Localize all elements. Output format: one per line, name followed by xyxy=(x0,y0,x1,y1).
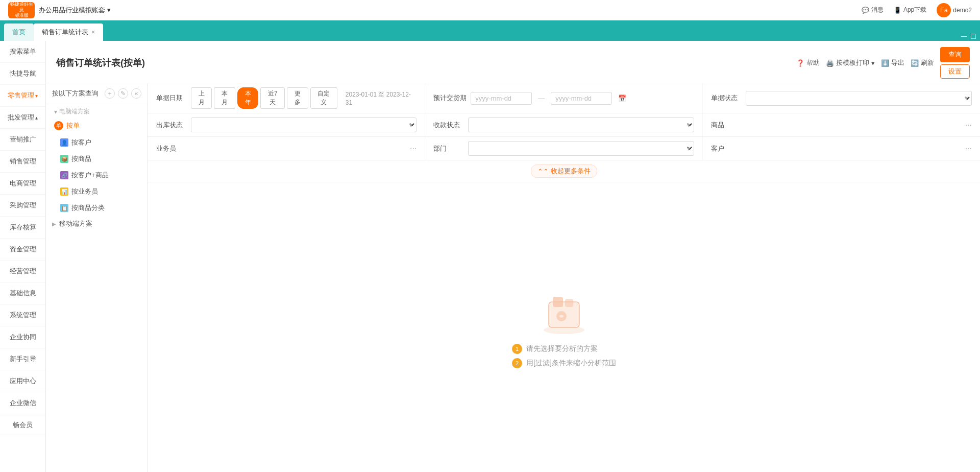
settings-btn[interactable]: 设置 xyxy=(940,64,970,79)
collapse-bar: ⌃⌃ 收起更多条件 xyxy=(148,160,980,182)
sidebar-item-system[interactable]: 系统管理 xyxy=(0,304,45,326)
salesperson-input[interactable] xyxy=(191,145,404,152)
content: 销售订单统计表(按单) ❓ 帮助 🖨️ 按模板打印 ▾ ⬇️ 导出 🔄 刷新 xyxy=(46,41,980,472)
scheme-icon-custgoods: 🔗 xyxy=(60,171,68,179)
delivery-end-input[interactable] xyxy=(551,92,612,105)
app-selector[interactable]: 办公用品行业模拟账套 ▾ xyxy=(39,6,111,15)
goods-input[interactable] xyxy=(746,121,959,129)
sidebar-item-member[interactable]: 畅会员 xyxy=(0,414,45,436)
sidebar-item-wechat[interactable]: 企业微信 xyxy=(0,392,45,414)
collapse-panel-btn[interactable]: « xyxy=(131,88,141,99)
user-area[interactable]: Ea demo2 xyxy=(937,3,972,17)
scheme-by-goods[interactable]: 📦 按商品 xyxy=(46,151,148,167)
scheme-by-customer-goods[interactable]: 🔗 按客户+商品 xyxy=(46,167,148,183)
sidebar-arrow-wholesale: ▴ xyxy=(35,115,38,121)
scheme-icon-goods: 📦 xyxy=(60,155,68,163)
sidebar-item-wholesale[interactable]: 批发管理 ▴ xyxy=(0,107,45,129)
left-panel: 按以下方案查询 ＋ ✎ « ▾ 电脑端方案 单 按单 👤 按客户 xyxy=(46,83,148,472)
filter-cell-docstatus: 单据状态 xyxy=(703,83,980,113)
export-btn[interactable]: ⬇️ 导出 xyxy=(881,58,904,67)
sidebar-item-sales[interactable]: 销售管理 xyxy=(0,151,45,173)
date-btn-more[interactable]: 更多 xyxy=(287,87,308,109)
pc-group-text: 电脑端方案 xyxy=(59,107,90,116)
filter-row-2: 出库状态 收款状态 商品 xyxy=(148,113,980,137)
date-btn-custom[interactable]: 自定义 xyxy=(310,87,337,109)
date-btn-last-month[interactable]: 上月 xyxy=(191,87,212,109)
sidebar-item-enterprise[interactable]: 企业协同 xyxy=(0,326,45,348)
tab-maximize-btn[interactable]: □ xyxy=(971,32,976,41)
tab-sales-order[interactable]: 销售订单统计表 × xyxy=(34,23,103,41)
tab-minimize-btn[interactable]: ─ xyxy=(961,32,967,41)
receipt-select[interactable] xyxy=(468,117,694,132)
sidebar-item-marketing[interactable]: 营销推广 xyxy=(0,129,45,151)
sidebar-item-operations[interactable]: 经营管理 xyxy=(0,261,45,282)
tab-home[interactable]: 首页 xyxy=(4,23,34,41)
app-selector-arrow: ▾ xyxy=(107,6,111,14)
salesperson-more-icon[interactable]: ··· xyxy=(410,144,416,153)
calendar-icon[interactable]: 📅 xyxy=(618,95,626,102)
tabbar-actions: ─ □ xyxy=(961,32,980,41)
customer-input[interactable] xyxy=(746,145,959,152)
sidebar-item-newbie[interactable]: 新手引导 xyxy=(0,348,45,370)
sidebar-item-ecommerce[interactable]: 电商管理 xyxy=(0,173,45,195)
scheme-icon-sales: 📊 xyxy=(60,187,68,196)
date-btn-7days[interactable]: 近7天 xyxy=(260,87,285,109)
edit-scheme-btn[interactable]: ✎ xyxy=(118,88,128,99)
collapse-label: 收起更多条件 xyxy=(551,167,591,176)
scheme-by-order[interactable]: 单 按单 xyxy=(46,117,148,134)
docstatus-select[interactable] xyxy=(746,91,972,106)
main: 搜索菜单 快捷导航 零售管理 ▾ 批发管理 ▴ 营销推广 销售管理 电商管理 采… xyxy=(0,41,980,472)
scheme-by-category[interactable]: 📋 按商品分类 xyxy=(46,200,148,216)
sidebar-item-appcenter[interactable]: 应用中心 xyxy=(0,370,45,392)
sidebar-item-finance[interactable]: 资金管理 xyxy=(0,239,45,261)
customer-label: 客户 xyxy=(711,144,742,153)
sidebar-item-procurement[interactable]: 采购管理 xyxy=(0,195,45,217)
date-btn-this-year[interactable]: 本年 xyxy=(237,87,258,109)
help-label: 帮助 xyxy=(806,58,820,67)
refresh-btn[interactable]: 🔄 刷新 xyxy=(911,58,934,67)
message-icon: 💬 xyxy=(862,7,869,14)
salesperson-label: 业务员 xyxy=(156,144,187,153)
mobile-group[interactable]: ▶ 移动端方案 xyxy=(46,216,148,231)
sidebar-item-search[interactable]: 搜索菜单 xyxy=(0,41,45,63)
docstatus-label: 单据状态 xyxy=(711,93,742,103)
scheme-by-customer[interactable]: 👤 按客户 xyxy=(46,134,148,151)
message-label: 消息 xyxy=(871,6,884,14)
dept-select[interactable] xyxy=(468,141,694,156)
customer-more-icon[interactable]: ··· xyxy=(965,144,972,153)
print-btn[interactable]: 🖨️ 按模板打印 ▾ xyxy=(826,58,875,67)
delivery-start-input[interactable] xyxy=(471,92,532,105)
sidebar-arrow-retail: ▾ xyxy=(35,93,38,99)
shipment-select[interactable] xyxy=(191,117,416,132)
sidebar: 搜索菜单 快捷导航 零售管理 ▾ 批发管理 ▴ 营销推广 销售管理 电商管理 采… xyxy=(0,41,46,472)
filter-cell-delivery: 预计交货期 — 📅 xyxy=(425,83,702,113)
filter-cell-salesperson: 业务员 ··· xyxy=(148,137,425,160)
tab-sales-order-label: 销售订单统计表 xyxy=(42,28,88,37)
sidebar-item-basic[interactable]: 基础信息 xyxy=(0,282,45,304)
scheme-label-customer: 按客户 xyxy=(71,138,91,147)
username: demo2 xyxy=(953,7,972,14)
query-btn[interactable]: 查询 xyxy=(940,47,970,62)
sidebar-item-inventory[interactable]: 库存核算 xyxy=(0,217,45,239)
filter-cell-dept: 部门 xyxy=(425,137,702,160)
tab-close-icon[interactable]: × xyxy=(91,29,95,36)
filter-row-3: 业务员 ··· 部门 客户 xyxy=(148,137,980,160)
avatar: Ea xyxy=(937,3,951,17)
date-btn-this-month[interactable]: 本月 xyxy=(214,87,235,109)
docstatus-select-wrap xyxy=(746,91,972,106)
left-panel-header: 按以下方案查询 ＋ ✎ « xyxy=(46,83,148,104)
goods-more-icon[interactable]: ··· xyxy=(965,121,972,130)
refresh-icon: 🔄 xyxy=(911,59,919,67)
sidebar-item-retail[interactable]: 零售管理 ▾ xyxy=(0,85,45,107)
message-btn[interactable]: 💬 消息 xyxy=(862,6,884,14)
app-download-btn[interactable]: 📱 App下载 xyxy=(894,6,926,14)
shipment-select-wrap xyxy=(191,117,416,132)
logo: 畅捷通好生意 标准版 xyxy=(8,2,35,18)
add-scheme-btn[interactable]: ＋ xyxy=(105,88,115,99)
filter-cell-date: 单据日期 上月 本月 本年 近7天 更多 自定义 2023-01-01 至 20… xyxy=(148,83,425,113)
help-btn[interactable]: ❓ 帮助 xyxy=(796,58,820,67)
scheme-by-salesperson[interactable]: 📊 按业务员 xyxy=(46,183,148,200)
sidebar-item-quicknav[interactable]: 快捷导航 xyxy=(0,63,45,85)
collapse-btn[interactable]: ⌃⌃ 收起更多条件 xyxy=(531,164,597,178)
tip-num-1: 1 xyxy=(512,344,522,354)
